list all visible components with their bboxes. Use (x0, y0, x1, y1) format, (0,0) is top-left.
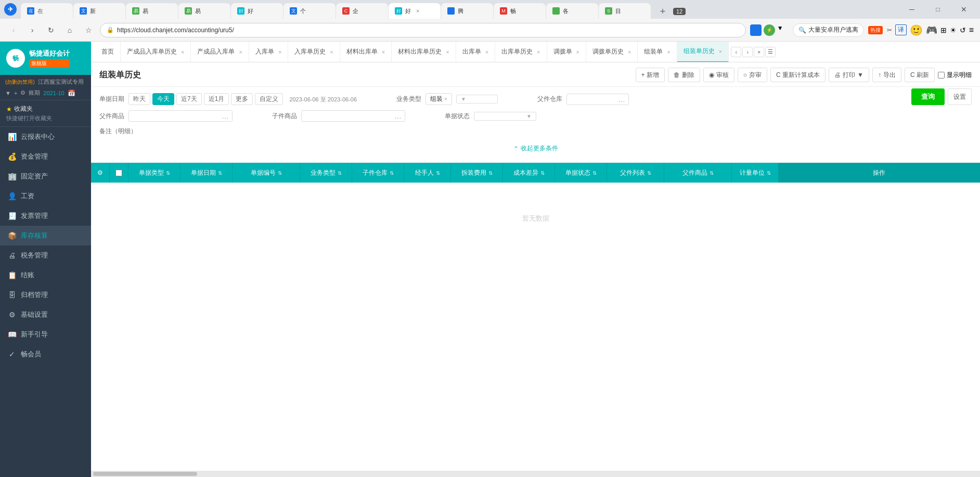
bookmark-btn[interactable]: ☆ (81, 23, 96, 37)
tab-close-4[interactable]: × (330, 49, 333, 55)
company-dropdown[interactable]: ▼ (5, 90, 11, 96)
parent-goods-more-icon[interactable]: … (222, 112, 229, 120)
game-icon[interactable]: 🎮 (926, 24, 937, 36)
browser-tab-7[interactable]: C 企 (336, 3, 388, 19)
back-btn[interactable]: ‹ (6, 23, 21, 37)
new-tab-btn[interactable]: + (655, 4, 670, 19)
sort-icon-disassembly-fee[interactable]: ⇅ (488, 170, 493, 176)
tab-close-1[interactable]: × (181, 49, 184, 55)
calendar-icon[interactable]: 📅 (68, 89, 75, 97)
menu-icon[interactable]: ≡ (969, 25, 974, 35)
parent-warehouse-more-icon[interactable]: … (618, 95, 625, 104)
browser-tab-10[interactable]: M 畅 (494, 3, 546, 19)
nav-tab-assembly[interactable]: 组装单 × (638, 42, 677, 62)
sort-icon-order-type[interactable]: ⇅ (166, 170, 170, 176)
sort-icon-order-date[interactable]: ⇅ (218, 170, 222, 176)
sun-icon[interactable]: ☀ (950, 26, 957, 34)
sort-icon-parent-list[interactable]: ⇅ (647, 170, 651, 176)
show-detail-checkbox[interactable] (938, 72, 945, 79)
nav-tab-stock-out[interactable]: 出库单 × (456, 42, 495, 62)
nav-prev-btn[interactable]: ‹ (731, 47, 741, 57)
tab-close-btn[interactable]: × (416, 8, 419, 14)
nav-tab-material-out-history[interactable]: 材料出库单历史 × (392, 42, 456, 62)
browser-tab-3[interactable]: 易 易 (126, 3, 178, 19)
browser-tab-8[interactable]: 好 好 × (389, 3, 441, 19)
tab-close-8[interactable]: × (537, 49, 540, 55)
audit-btn[interactable]: ◉ 审核 (703, 68, 734, 82)
browser-tab-12[interactable]: S 目 (599, 3, 651, 19)
nav-tab-transfer[interactable]: 调拨单 × (547, 42, 586, 62)
th-settings[interactable]: ⚙ (91, 163, 110, 183)
sort-icon-handler[interactable]: ⇅ (436, 170, 440, 176)
nav-tab-transfer-history[interactable]: 调拨单历史 × (586, 42, 638, 62)
browser-tab-9[interactable]: 腾 (441, 3, 493, 19)
date-custom-btn[interactable]: 自定义 (255, 93, 283, 105)
new-btn[interactable]: + 新增 (636, 68, 665, 82)
date-yesterday-btn[interactable]: 昨天 (128, 93, 150, 105)
date-7days-btn[interactable]: 近7天 (176, 93, 202, 105)
sidebar-item-invoice[interactable]: 🧾 发票管理 (0, 206, 91, 226)
tab-close-9[interactable]: × (576, 49, 579, 55)
sort-icon-biz-type[interactable]: ⇅ (338, 170, 342, 176)
abandon-btn[interactable]: ○ 弃审 (738, 68, 767, 82)
tab-close-6[interactable]: × (446, 49, 449, 55)
nav-tab-stock-in[interactable]: 入库单 × (249, 42, 288, 62)
scissors-icon[interactable]: ✂ (887, 27, 892, 34)
close-window-btn[interactable]: ✕ (952, 0, 976, 19)
tab-close-7[interactable]: × (485, 49, 488, 55)
sidebar-item-tax[interactable]: 🖨 税务管理 (0, 246, 91, 265)
recalculate-btn[interactable]: C 重新计算成本 (770, 68, 826, 82)
sidebar-item-closing[interactable]: 📋 结账 (0, 265, 91, 285)
nav-tab-home[interactable]: 首页 (95, 42, 121, 62)
child-goods-input[interactable]: … (301, 110, 405, 122)
tab-close-10[interactable]: × (628, 49, 631, 55)
sort-icon-child-warehouse[interactable]: ⇅ (390, 170, 394, 176)
parent-warehouse-input[interactable]: … (566, 94, 629, 105)
query-btn[interactable]: 查询 (911, 88, 945, 105)
browser-tab-4[interactable]: 易 易 (178, 3, 230, 19)
order-status-dropdown[interactable]: ▼ (474, 112, 536, 121)
emoji-icon[interactable]: 🙂 (910, 24, 923, 36)
sort-icon-parent-goods[interactable]: ⇅ (710, 170, 714, 176)
sidebar-item-cloud-report[interactable]: 📊 云报表中心 (0, 127, 91, 147)
nav-tab-assembly-history[interactable]: 组装单历史 × (677, 42, 729, 62)
browser-tab-6[interactable]: 文 个 (283, 3, 336, 19)
nav-tab-product-in[interactable]: 产成品入库单 × (191, 42, 249, 62)
home-btn[interactable]: ⌂ (62, 23, 77, 37)
select-all-checkbox[interactable] (115, 170, 122, 176)
sort-icon-order-no[interactable]: ⇅ (278, 170, 282, 176)
ext-dropdown-icon[interactable]: ▼ (777, 24, 789, 36)
nav-tab-stock-out-history[interactable]: 出库单历史 × (495, 42, 547, 62)
parent-goods-input[interactable]: … (128, 110, 233, 122)
date-more-btn[interactable]: 更多 (231, 93, 253, 105)
translate-icon[interactable]: 译 (895, 24, 907, 35)
sort-icon-cost-diff[interactable]: ⇅ (540, 170, 545, 176)
nav-tab-product-in-history[interactable]: 产成品入库单历史 × (121, 42, 191, 62)
nav-close-btn[interactable]: × (754, 47, 764, 57)
reload-btn[interactable]: ↻ (44, 23, 58, 37)
favorites-sub[interactable]: 快捷键打开收藏夹 (6, 114, 85, 122)
th-checkbox[interactable] (110, 163, 128, 183)
search-bar[interactable]: 🔍 大量安卓用户逃离 (793, 23, 864, 37)
sidebar-item-fixed-assets[interactable]: 🏢 固定资产 (0, 166, 91, 186)
sort-icon-unit[interactable]: ⇅ (767, 170, 771, 176)
undo-icon[interactable]: ↺ (960, 26, 966, 34)
export-btn[interactable]: ↑ 导出 (872, 68, 901, 82)
minimize-btn[interactable]: ─ (900, 0, 924, 19)
sidebar-item-settings[interactable]: ⚙ 基础设置 (0, 305, 91, 325)
business-type-dropdown[interactable]: ▼ (456, 95, 498, 104)
scrollbar-thumb[interactable] (93, 472, 197, 476)
print-btn[interactable]: 🖨 打印 ▼ (829, 68, 869, 82)
sort-icon-order-status[interactable]: ⇅ (592, 170, 597, 176)
nav-tab-stock-in-history[interactable]: 入库单历史 × (288, 42, 340, 62)
tag-close-btn[interactable]: × (444, 96, 447, 102)
address-bar[interactable]: 🔒 https://cloud.chanjet.com/accounting/u… (100, 23, 746, 37)
nav-menu-btn[interactable]: ☰ (765, 47, 776, 57)
browser-tab-2[interactable]: 文 新 (73, 3, 125, 19)
nav-tab-material-out[interactable]: 材料出库单 × (340, 42, 392, 62)
tab-close-2[interactable]: × (239, 49, 242, 55)
sidebar-item-archive[interactable]: 🗄 归档管理 (0, 285, 91, 305)
date-today-btn[interactable]: 今天 (152, 93, 174, 105)
filter-settings-btn[interactable]: 设置 (948, 88, 972, 105)
delete-btn[interactable]: 🗑 删除 (668, 68, 700, 82)
